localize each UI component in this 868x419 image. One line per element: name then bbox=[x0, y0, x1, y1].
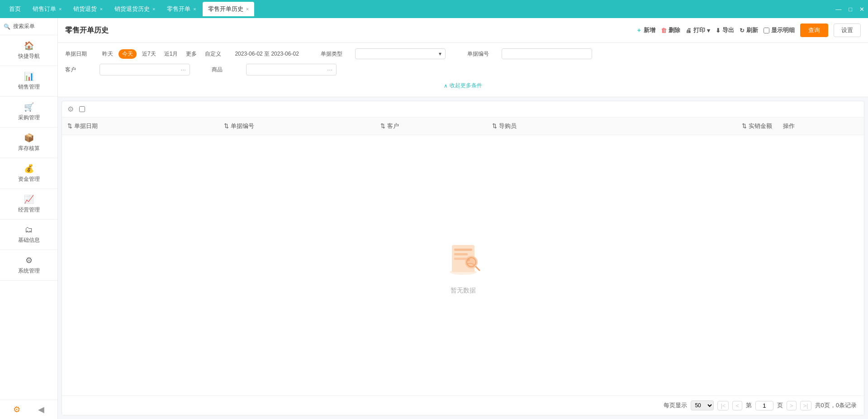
total-text: 共0页，0条记录 bbox=[815, 401, 857, 410]
col-salesperson-label: 导购员 bbox=[499, 122, 517, 129]
sidebar-item-basic-info[interactable]: 🗂 基础信息 bbox=[0, 220, 57, 250]
sort-icon-amount[interactable]: ⇅ bbox=[742, 122, 747, 129]
print-button[interactable]: 🖨 打印 ▾ bbox=[686, 26, 710, 34]
page-label-end: 页 bbox=[777, 401, 783, 410]
sidebar-item-inventory[interactable]: 📦 库存核算 bbox=[0, 127, 57, 158]
sidebar-collapse-btn[interactable]: ◀ bbox=[38, 405, 44, 414]
pagination: 每页显示 50 10 20 100 |< < 第 页 > >| 共0页，0条记录 bbox=[62, 395, 864, 415]
collapse-label: 收起更多条件 bbox=[450, 82, 482, 89]
sidebar-search-label: 搜索采单 bbox=[13, 23, 35, 30]
sidebar-item-basic-info-label: 基础信息 bbox=[18, 236, 40, 244]
sidebar-item-system-mgmt-label: 系统管理 bbox=[18, 267, 40, 275]
system-icon: ⚙ bbox=[25, 255, 33, 265]
tab-sales-return-close[interactable]: × bbox=[100, 6, 102, 12]
export-button[interactable]: ⬇ 导出 bbox=[716, 26, 734, 34]
tab-sales-order-label: 销售订单 bbox=[33, 5, 56, 13]
export-icon: ⬇ bbox=[716, 27, 721, 34]
window-controls: — □ ✕ bbox=[835, 6, 864, 13]
page-header: 零售开单历史 ＋ 新增 🗑 删除 🖨 打印 ▾ ⬇ 导出 bbox=[58, 18, 868, 43]
tab-sales-order[interactable]: 销售订单 × bbox=[27, 2, 67, 16]
sidebar-item-purchase-mgmt[interactable]: 🛒 采购管理 bbox=[0, 97, 57, 127]
date-opt-yesterday[interactable]: 昨天 bbox=[100, 49, 116, 59]
sidebar-item-quick-nav[interactable]: 🏠 快捷导航 bbox=[0, 35, 57, 66]
goods-label: 商品 bbox=[212, 66, 239, 74]
last-page-button[interactable]: >| bbox=[800, 401, 811, 410]
doc-no-input[interactable] bbox=[502, 48, 592, 59]
tab-sales-return-history[interactable]: 销货退货历史 × bbox=[109, 2, 161, 16]
sort-icon-customer[interactable]: ⇅ bbox=[380, 122, 385, 129]
date-opt-custom[interactable]: 自定义 bbox=[202, 49, 224, 59]
tab-retail-open-close[interactable]: × bbox=[193, 6, 196, 12]
refresh-label: 刷新 bbox=[746, 26, 758, 34]
sidebar-item-system-mgmt[interactable]: ⚙ 系统管理 bbox=[0, 250, 57, 281]
page-size-select[interactable]: 50 10 20 100 bbox=[691, 400, 714, 410]
page-number-input[interactable] bbox=[755, 401, 773, 410]
tab-retail-open[interactable]: 零售开单 × bbox=[161, 2, 201, 16]
customer-select[interactable]: ··· bbox=[100, 64, 190, 75]
goods-ellipsis: ··· bbox=[327, 66, 332, 73]
home-icon: 🏠 bbox=[24, 41, 34, 51]
business-icon: 📈 bbox=[24, 194, 34, 204]
tab-retail-open-history[interactable]: 零售开单历史 × bbox=[203, 2, 254, 16]
prev-page-button[interactable]: < bbox=[732, 401, 742, 410]
sidebar-item-inventory-label: 库存核算 bbox=[18, 145, 40, 152]
tab-sales-return[interactable]: 销货退货 × bbox=[68, 2, 108, 16]
window-maximize[interactable]: □ bbox=[849, 6, 852, 13]
svg-point-8 bbox=[467, 259, 470, 261]
purchase-icon: 🛒 bbox=[24, 102, 34, 112]
sidebar-search[interactable]: 🔍 搜索采单 bbox=[0, 18, 57, 35]
refresh-icon: ↻ bbox=[740, 27, 745, 34]
delete-icon: 🗑 bbox=[661, 27, 667, 34]
col-amount: ⇅ 实销金额 bbox=[621, 118, 778, 135]
settings-gear-icon[interactable]: ⚙ bbox=[13, 405, 20, 414]
tab-list: 首页 销售订单 × 销货退货 × 销货退货历史 × 零售开单 × 零售开单历史 … bbox=[4, 2, 835, 16]
next-page-button[interactable]: > bbox=[787, 401, 797, 410]
inventory-icon: 📦 bbox=[24, 133, 34, 143]
show-detail-checkbox[interactable] bbox=[764, 28, 769, 33]
basic-info-icon: 🗂 bbox=[25, 225, 33, 235]
search-icon: 🔍 bbox=[4, 24, 10, 30]
sort-icon-no[interactable]: ⇅ bbox=[224, 122, 229, 129]
filter-row-1: 单据日期 昨天 今天 近7天 近1月 更多 自定义 2023-06-02 至 2… bbox=[65, 48, 861, 59]
empty-state: 暂无数据 bbox=[62, 135, 864, 395]
date-opt-1month[interactable]: 近1月 bbox=[161, 49, 181, 59]
doc-type-select[interactable]: ▾ bbox=[355, 48, 446, 59]
tab-sales-return-history-close[interactable]: × bbox=[152, 6, 155, 12]
svg-rect-2 bbox=[454, 249, 472, 251]
print-label: 打印 bbox=[693, 26, 705, 34]
window-minimize[interactable]: — bbox=[835, 6, 841, 13]
page-size-label: 每页显示 bbox=[664, 401, 687, 410]
refresh-button[interactable]: ↻ 刷新 bbox=[740, 26, 758, 34]
table-toolbar: ⚙ bbox=[62, 101, 864, 118]
sort-icon-salesperson[interactable]: ⇅ bbox=[492, 122, 497, 129]
date-opt-today[interactable]: 今天 bbox=[119, 49, 137, 59]
tab-home[interactable]: 首页 bbox=[4, 2, 26, 16]
content-area: 零售开单历史 ＋ 新增 🗑 删除 🖨 打印 ▾ ⬇ 导出 bbox=[58, 18, 868, 419]
sidebar-item-finance[interactable]: 💰 资金管理 bbox=[0, 158, 57, 189]
show-detail-checkbox-container[interactable]: 显示明细 bbox=[764, 26, 795, 34]
table-header: ⇅ 单据日期 ⇅ 单据编号 ⇅ 客户 ⇅ bbox=[62, 118, 864, 135]
tab-sales-order-close[interactable]: × bbox=[59, 6, 62, 12]
add-button[interactable]: ＋ 新增 bbox=[636, 26, 655, 34]
page-title: 零售开单历史 bbox=[65, 26, 109, 35]
select-all-checkbox[interactable] bbox=[79, 106, 85, 112]
show-detail-label: 显示明细 bbox=[771, 26, 795, 34]
first-page-button[interactable]: |< bbox=[717, 401, 729, 410]
collapse-button[interactable]: ∧ 收起更多条件 bbox=[65, 80, 861, 91]
delete-button[interactable]: 🗑 删除 bbox=[661, 26, 680, 34]
sidebar-item-business-mgmt[interactable]: 📈 经营管理 bbox=[0, 189, 57, 220]
date-opt-7days[interactable]: 近7天 bbox=[139, 49, 159, 59]
window-close[interactable]: ✕ bbox=[859, 6, 864, 13]
customer-ellipsis: ··· bbox=[180, 66, 186, 73]
query-button[interactable]: 查询 bbox=[800, 24, 828, 37]
goods-select[interactable]: ··· bbox=[246, 64, 337, 75]
tab-sales-return-label: 销货退货 bbox=[73, 5, 97, 13]
settings-button[interactable]: 设置 bbox=[834, 24, 861, 37]
col-salesperson: ⇅ 导购员 bbox=[487, 118, 621, 135]
table-settings-icon[interactable]: ⚙ bbox=[67, 105, 74, 113]
tab-retail-open-history-close[interactable]: × bbox=[246, 6, 249, 12]
col-customer: ⇅ 客户 bbox=[375, 118, 487, 135]
sort-icon-date[interactable]: ⇅ bbox=[67, 122, 72, 129]
sidebar-item-sales-mgmt[interactable]: 📊 销售管理 bbox=[0, 66, 57, 97]
date-opt-more[interactable]: 更多 bbox=[183, 49, 199, 59]
